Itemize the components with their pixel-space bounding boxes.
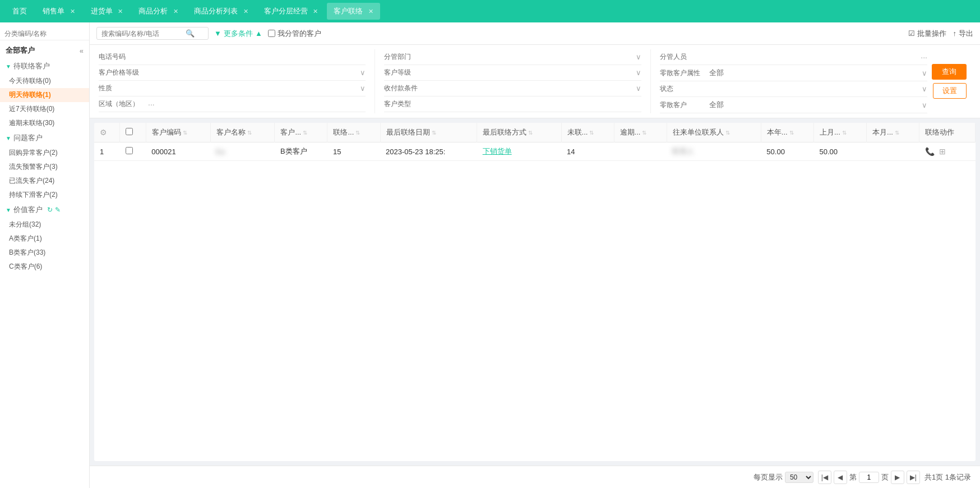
sidebar-group-problem-customers: ▼ 问题客户: [0, 130, 89, 146]
sidebar-item-class-c[interactable]: C类客户(6): [0, 260, 89, 274]
nav-sales-order[interactable]: 销售单 ✕: [36, 3, 82, 20]
chevron-down-icon: ∨: [922, 101, 927, 109]
col-this-year: 本年... ⇅: [761, 123, 813, 142]
cell-index: 1: [94, 142, 120, 161]
my-customers-checkbox[interactable]: [268, 30, 275, 37]
sidebar-item-churn-warning[interactable]: 流失预警客户(3): [0, 160, 89, 174]
sort-icon: ⇅: [303, 130, 307, 136]
cell-this-year: 50.00: [761, 142, 813, 161]
col-overdue: 逾期... ⇅: [614, 123, 667, 142]
table-row: 1 000021 Ea B类客户 15 2023-05-23 18:25: 下销…: [94, 142, 976, 161]
nav-product-analysis-list[interactable]: 商品分析列表 ✕: [187, 3, 255, 20]
close-icon[interactable]: ✕: [70, 8, 75, 15]
close-icon[interactable]: ✕: [243, 8, 248, 15]
nav-purchase-order[interactable]: 进货单 ✕: [84, 3, 130, 20]
filter-panel: 电话号码 客户价格等级 ∨ 性质 ∨: [90, 45, 980, 118]
chevron-down-icon: ∨: [636, 53, 641, 61]
filter-customer-level-select[interactable]: ∨: [433, 68, 642, 77]
settings-button[interactable]: 设置: [933, 83, 967, 99]
page-number-input[interactable]: [859, 472, 879, 483]
col-last-month: 上月... ⇅: [813, 123, 866, 142]
col-last-contact-date: 最后联络日期 ⇅: [380, 123, 477, 142]
refresh-icon[interactable]: ↻: [47, 206, 53, 214]
sidebar-group-value-customers: ▼ 价值客户 ↻ ✎: [0, 202, 89, 218]
next-page-btn[interactable]: ▶: [891, 471, 904, 484]
query-button[interactable]: 查询: [932, 64, 967, 80]
more-dots-icon[interactable]: ···: [921, 53, 927, 62]
prev-page-btn[interactable]: ◀: [834, 471, 847, 484]
first-page-btn[interactable]: |◀: [818, 471, 831, 484]
close-icon[interactable]: ✕: [118, 8, 123, 15]
chevron-up-icon: ▲: [255, 29, 262, 38]
col-customer-code: 客户编码 ⇅: [146, 123, 210, 142]
sidebar-item-class-a[interactable]: A类客户(1): [0, 232, 89, 246]
cell-overdue: [614, 142, 667, 161]
filter-status-select[interactable]: ∨: [709, 85, 927, 93]
filter-dept-select[interactable]: ∨: [433, 53, 642, 61]
close-icon[interactable]: ✕: [313, 8, 318, 15]
chevron-down-icon: ∨: [360, 68, 366, 77]
sort-icon: ⇅: [842, 130, 847, 136]
last-contact-method-link[interactable]: 下销货单: [483, 147, 512, 155]
close-icon[interactable]: ✕: [173, 8, 178, 15]
cell-checkbox: [120, 142, 146, 161]
search-input[interactable]: [101, 30, 186, 38]
filter-phone-input[interactable]: [148, 53, 366, 61]
sidebar-search-wrap: 🔍: [0, 27, 89, 40]
filter-icon: ▼: [214, 29, 221, 38]
cell-action: 📞 ⊞: [919, 142, 976, 161]
filter-retail-customer-select[interactable]: 全部 ∨: [709, 100, 927, 110]
sidebar-item-unclassified[interactable]: 未分组(32): [0, 218, 89, 232]
pagination: 每页显示 50 100 200 |◀ ◀ 第 页 ▶ ▶| 共1页 1条记录: [90, 466, 980, 488]
select-all-checkbox[interactable]: [126, 128, 133, 135]
sort-icon: ⇅: [432, 130, 436, 136]
nav-product-analysis[interactable]: 商品分析 ✕: [132, 3, 185, 20]
chevron-down-icon: ▼: [6, 63, 11, 70]
sidebar-item-churned[interactable]: 已流失客户(24): [0, 174, 89, 188]
page-size-select[interactable]: 50 100 200: [785, 472, 813, 483]
filter-row-person: 分管人员 ···: [660, 49, 927, 65]
chevron-down-icon: ∨: [636, 84, 641, 93]
sort-icon: ⇅: [247, 130, 252, 136]
nav-home[interactable]: 首页: [6, 3, 34, 20]
edit-icon[interactable]: ✎: [55, 206, 61, 214]
close-icon[interactable]: ✕: [368, 8, 373, 15]
sidebar-item-today-contact[interactable]: 今天待联络(0): [0, 74, 89, 88]
sidebar-item-7day-contact[interactable]: 近7天待联络(0): [0, 102, 89, 116]
sidebar-search-input[interactable]: [4, 30, 89, 38]
sort-icon: ⇅: [642, 130, 646, 136]
filter-row-customer-level: 客户等级 ∨: [384, 65, 642, 81]
sidebar-all-customers[interactable]: 全部客户 «: [0, 43, 89, 58]
gear-icon[interactable]: ⚙: [100, 128, 107, 137]
chevron-down-icon: ▼: [6, 135, 11, 141]
nav-customer-contact[interactable]: 客户联络 ✕: [327, 3, 380, 20]
filter-retail-attr-select[interactable]: 全部 ∨: [709, 68, 927, 78]
cell-contact-count: 15: [327, 142, 380, 161]
filter-more-btn[interactable]: ▼ 更多条件 ▲: [214, 29, 262, 39]
phone-action-icon[interactable]: 📞: [925, 147, 935, 156]
sidebar-item-declining[interactable]: 持续下滑客户(2): [0, 188, 89, 202]
sort-icon: ⇅: [895, 130, 899, 136]
filter-row-region: 区域（地区） ···: [99, 96, 366, 112]
last-page-btn[interactable]: ▶|: [907, 471, 920, 484]
grid-action-icon[interactable]: ⊞: [939, 147, 946, 156]
chevron-down-icon: ∨: [360, 84, 366, 93]
nav-customer-stratification[interactable]: 客户分层经营 ✕: [257, 3, 325, 20]
sidebar-group-pending-contact: ▼ 待联络客户: [0, 58, 89, 74]
sidebar-item-tomorrow-contact[interactable]: 明天待联络(1): [0, 88, 89, 102]
batch-operation-btn[interactable]: ☑ 批量操作: [908, 29, 946, 39]
search-icon[interactable]: 🔍: [186, 29, 195, 38]
sidebar-item-repurchase-abnormal[interactable]: 回购异常客户(2): [0, 146, 89, 160]
search-input-wrap: 🔍: [96, 27, 209, 40]
row-checkbox[interactable]: [126, 147, 133, 154]
export-btn[interactable]: ↑ 导出: [953, 29, 974, 39]
table-area: ⚙ 客户编码 ⇅ 客户名称: [94, 123, 976, 461]
sidebar-item-class-b[interactable]: B类客户(33): [0, 246, 89, 260]
filter-value-level-select[interactable]: ∨: [148, 68, 366, 77]
filter-gender-select[interactable]: ∨: [148, 84, 366, 93]
filter-payment-select[interactable]: ∨: [433, 84, 642, 93]
more-dots-icon[interactable]: ···: [148, 100, 155, 109]
page-size-wrap: 每页显示 50 100 200: [754, 472, 813, 483]
collapse-icon[interactable]: «: [80, 47, 84, 55]
sidebar-item-overdue-contact[interactable]: 逾期未联络(30): [0, 116, 89, 130]
